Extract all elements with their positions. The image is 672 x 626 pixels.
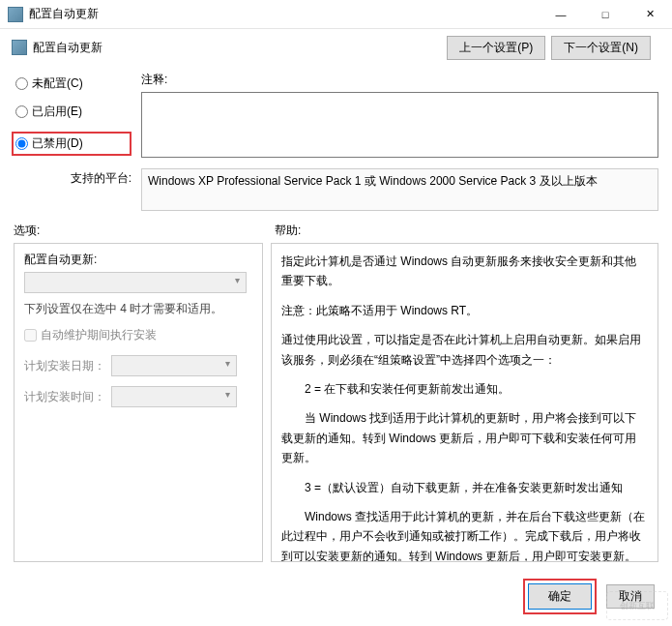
install-time-label: 计划安装时间：	[24, 389, 105, 405]
help-p6: 3 =（默认设置）自动下载更新，并在准备安装更新时发出通知	[281, 478, 648, 497]
help-p2: 注意：此策略不适用于 Windows RT。	[281, 301, 648, 320]
comment-block: 注释:	[141, 72, 658, 161]
install-time-row: 计划安装时间：	[24, 386, 252, 407]
window-title: 配置自动更新	[29, 6, 539, 22]
app-icon	[8, 7, 23, 22]
supported-label: 支持的平台:	[15, 168, 131, 187]
policy-icon	[12, 40, 27, 55]
radio-disabled-input[interactable]	[15, 137, 28, 150]
configure-update-label: 配置自动更新:	[24, 252, 252, 268]
options-panel: 配置自动更新: 下列设置仅在选中 4 时才需要和适用。 自动维护期间执行安装 计…	[14, 243, 263, 562]
policy-title: 配置自动更新	[33, 40, 447, 56]
help-label: 帮助:	[275, 223, 658, 239]
radio-not-configured[interactable]: 未配置(C)	[15, 75, 131, 92]
help-p7: Windows 查找适用于此计算机的更新，并在后台下载这些更新（在此过程中，用户…	[281, 507, 648, 562]
help-panel[interactable]: 指定此计算机是否通过 Windows 自动更新服务来接收安全更新和其他重要下载。…	[271, 243, 658, 562]
install-date-select[interactable]	[111, 355, 237, 376]
close-button[interactable]: ✕	[628, 0, 672, 29]
configure-update-select[interactable]	[24, 272, 247, 293]
radio-not-configured-input[interactable]	[15, 77, 28, 90]
auto-maintenance-label: 自动维护期间执行安装	[41, 327, 157, 343]
install-date-label: 计划安装日期：	[24, 358, 105, 374]
help-p1: 指定此计算机是否通过 Windows 自动更新服务来接收安全更新和其他重要下载。	[281, 252, 648, 291]
options-note: 下列设置仅在选中 4 时才需要和适用。	[24, 301, 252, 317]
install-time-select[interactable]	[111, 386, 237, 407]
auto-maintenance-checkbox-row: 自动维护期间执行安装	[24, 327, 252, 343]
comment-textarea[interactable]	[141, 92, 658, 158]
ok-highlight: 确定	[523, 579, 597, 614]
options-label: 选项:	[14, 223, 265, 239]
radio-disabled-label: 已禁用(D)	[32, 135, 83, 152]
radio-enabled-label: 已启用(E)	[32, 104, 82, 120]
title-bar: 配置自动更新 — □ ✕	[0, 0, 672, 29]
minimize-button[interactable]: —	[539, 0, 583, 29]
previous-setting-button[interactable]: 上一个设置(P)	[447, 36, 545, 60]
install-date-row: 计划安装日期：	[24, 355, 252, 376]
radio-disabled[interactable]: 已禁用(D)	[12, 132, 131, 156]
maximize-button[interactable]: □	[583, 0, 628, 29]
header-row: 配置自动更新 上一个设置(P) 下一个设置(N)	[0, 29, 672, 60]
auto-maintenance-checkbox[interactable]	[24, 329, 37, 342]
footer-buttons: 确定 取消	[523, 579, 655, 614]
help-p3: 通过使用此设置，可以指定是否在此计算机上启用自动更新。如果启用该服务，则必须在“…	[281, 330, 648, 370]
state-radio-group: 未配置(C) 已启用(E) 已禁用(D)	[15, 72, 131, 161]
next-setting-button[interactable]: 下一个设置(N)	[551, 36, 651, 60]
help-p4: 2 = 在下载和安装任何更新前发出通知。	[281, 379, 648, 399]
comment-label: 注释:	[141, 72, 658, 88]
ok-button[interactable]: 确定	[528, 583, 592, 610]
radio-enabled-input[interactable]	[15, 105, 28, 118]
radio-enabled[interactable]: 已启用(E)	[15, 104, 131, 120]
help-p5: 当 Windows 找到适用于此计算机的更新时，用户将会接到可以下载更新的通知。…	[281, 408, 648, 467]
radio-not-configured-label: 未配置(C)	[32, 75, 83, 92]
supported-platforms-box: Windows XP Professional Service Pack 1 或…	[141, 168, 658, 211]
cancel-button[interactable]: 取消	[606, 584, 655, 609]
